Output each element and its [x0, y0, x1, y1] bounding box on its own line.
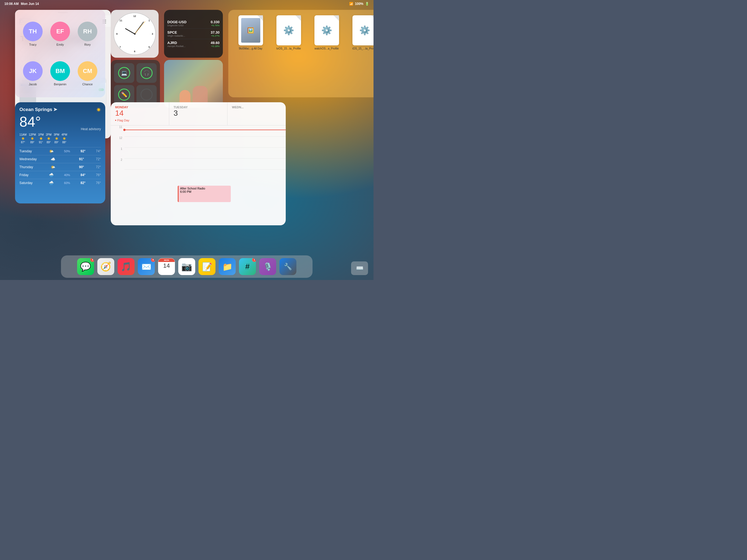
- clock-face: 12 1 3 5 6 7 9 11: [113, 12, 156, 55]
- file-fold-4: [371, 15, 374, 21]
- cal-event-afterschool[interactable]: After School Radio 6:00 PM: [178, 186, 231, 202]
- dock-item-safari[interactable]: 🧭: [97, 258, 114, 275]
- contact-avatar-jacob: JK: [23, 61, 43, 81]
- forecast-saturday: Saturday 🌧️ 60% 82° 76°: [19, 179, 101, 187]
- status-bar: 10:06 AM Mon Jun 14 📶 100% 🔋: [0, 0, 374, 8]
- file-name-watchos: watchOS...a_Profile: [314, 47, 338, 50]
- clock-num-7: 7: [120, 46, 121, 48]
- hour-icon-12pm: ☀️: [31, 137, 34, 140]
- contact-tracy[interactable]: TH Tracy: [23, 22, 43, 46]
- weather-hour-12pm: 12PM ☀️ 89°: [29, 133, 36, 144]
- forecast-icon-sat: 🌧️: [49, 181, 54, 185]
- cal-time-2: 2: [111, 158, 124, 169]
- weather-hour-2pm: 2PM ☀️ 89°: [46, 133, 52, 144]
- clock-second-hand: [134, 21, 145, 34]
- stocks-widget[interactable]: DOGE-USD Dogecoin USD 0.330 +6.76% SPCE …: [164, 10, 223, 58]
- contact-jacob[interactable]: JK Jacob: [23, 61, 43, 86]
- dock-item-music[interactable]: 🎵: [118, 258, 134, 275]
- cal-time-11: 11: [111, 126, 124, 136]
- clock-num-5: 5: [149, 46, 150, 48]
- stock-row-ajrd[interactable]: AJRD Aerojet Rocket... 49.60 +0.18%: [168, 41, 220, 48]
- stock-change-ajrd: +0.18%: [210, 45, 220, 48]
- stock-row-doge[interactable]: DOGE-USD Dogecoin USD 0.330 +6.76%: [168, 20, 220, 27]
- dock-item-photos[interactable]: 📷: [178, 258, 195, 275]
- safari-icon: 🧭: [100, 261, 111, 272]
- hour-temp-2pm: 89°: [47, 141, 51, 144]
- forecast-lo-fri: 76°: [96, 173, 101, 177]
- hour-time-2pm: 2PM: [46, 133, 52, 136]
- stock-ticker-spce: SPCE: [168, 30, 185, 34]
- photo-widget[interactable]: [164, 60, 223, 108]
- hour-icon-3pm: ☀️: [55, 137, 58, 140]
- cal-day-name-wed: WEDN...: [232, 105, 281, 109]
- clock-widget[interactable]: 12 1 3 5 6 7 9 11: [111, 10, 159, 58]
- hour-time-3pm: 3PM: [54, 133, 59, 136]
- gear-icon-watchos: ⚙️: [321, 25, 332, 35]
- forecast-day-sat: Saturday: [19, 181, 38, 185]
- weather-hour-4pm: 4PM ☀️ 88°: [61, 133, 67, 144]
- weather-sun-icon: ☀️: [96, 107, 101, 112]
- contact-name-jacob: Jacob: [29, 82, 36, 86]
- wifi-icon: 📶: [349, 2, 353, 6]
- file-preview-9to5mac: 🖼️: [241, 18, 260, 43]
- forecast-hi-wed: 91°: [79, 157, 84, 161]
- dock-item-messages[interactable]: 💬 3: [77, 258, 94, 275]
- controls-widget[interactable]: 💻 🎧 ✏️: [111, 60, 160, 108]
- control-ipad[interactable]: 💻: [114, 63, 134, 83]
- forecast-pct-sat: 60%: [64, 181, 70, 184]
- control-ipad-ring: 💻: [118, 67, 130, 79]
- dock-item-mail[interactable]: ✉️ 6: [138, 258, 155, 275]
- forecast-tuesday: Tuesday 🌤️ 50% 92° 74°: [19, 147, 101, 155]
- dock-item-notes[interactable]: 📝: [199, 258, 215, 275]
- podcasts-icon: 🎙️: [263, 262, 273, 271]
- weather-widget[interactable]: Ocean Springs ➤ ☀️ 84° Heat advisory 11A…: [15, 102, 105, 203]
- cal-event-time: 6:00 PM: [180, 190, 229, 193]
- cal-day-num-tue: 3: [174, 109, 223, 118]
- contact-benjamin[interactable]: BM Benjamin: [50, 61, 70, 86]
- forecast-icon-fri: 🌧️: [49, 173, 54, 177]
- control-pencil-ring: ✏️: [118, 88, 130, 101]
- cal-event-dot: [115, 120, 116, 121]
- stock-row-spce[interactable]: SPCE Virgin Galactic... 37.30 +6.27%: [168, 30, 220, 37]
- control-pencil[interactable]: ✏️: [114, 85, 134, 105]
- forecast-hi-fri: 84°: [81, 173, 85, 177]
- gear-icon-tvos: ⚙️: [283, 25, 294, 35]
- calendar-widget[interactable]: MONDAY 14 Flag Day TUESDAY 3 WEDN... 11 …: [111, 102, 286, 225]
- file-item-ios[interactable]: ⚙️ iOS_15_...ta_Profile: [348, 15, 374, 50]
- forecast-icon-tue: 🌤️: [49, 149, 54, 153]
- hour-time-11am: 11AM: [19, 133, 27, 136]
- contact-rory[interactable]: RH Rory: [78, 22, 97, 46]
- dock-item-files[interactable]: 📁: [219, 258, 236, 275]
- control-headphones[interactable]: 🎧: [136, 63, 157, 83]
- contacts-widget[interactable]: TH Tracy EF Emily RH Rory JK Jacob BM Be…: [15, 10, 105, 97]
- cal-gridline-3: [124, 158, 286, 159]
- combo-icon: 🔧: [284, 263, 292, 271]
- forecast-hi-tue: 92°: [81, 149, 85, 153]
- stock-price-spce: 37.30 +6.27%: [210, 30, 220, 37]
- keyboard-button[interactable]: ⌨️: [351, 261, 368, 275]
- cal-day-name-tue: TUESDAY: [174, 105, 223, 109]
- forecast-wednesday: Wednesday ☁️ 91° 72°: [19, 155, 101, 163]
- calendar-time-col: 11 12 1 2: [111, 126, 124, 225]
- clock-num-12: 12: [133, 15, 136, 18]
- dock-item-combo[interactable]: 🔧: [279, 258, 297, 275]
- clock-num-6: 6: [134, 50, 135, 53]
- contact-emily[interactable]: EF Emily: [50, 22, 70, 46]
- weather-header: Ocean Springs ➤ ☀️: [19, 107, 101, 112]
- file-item-watchos[interactable]: ⚙️ watchOS...a_Profile: [310, 15, 343, 50]
- cal-current-time-dot: [123, 129, 126, 131]
- calendar-grid: After School Radio 6:00 PM: [124, 126, 286, 225]
- file-item-9to5mac[interactable]: 🖼️ 9to5Mac...g All Day: [234, 15, 267, 50]
- dock-item-slack[interactable]: # 1: [239, 258, 256, 275]
- file-item-tvos[interactable]: ⚙️ tvOS_15...ta_Profile: [272, 15, 305, 50]
- files-widget[interactable]: 🖼️ 9to5Mac...g All Day ⚙️ tvOS_15...ta_P…: [228, 10, 374, 97]
- battery-icon: 🔋: [365, 2, 369, 6]
- files-grid: 🖼️ 9to5Mac...g All Day ⚙️ tvOS_15...ta_P…: [234, 15, 374, 50]
- contact-chance[interactable]: CM Chance: [78, 61, 97, 86]
- cal-event-flag-day: Flag Day: [115, 119, 164, 122]
- calendar-body: 11 12 1 2 After School Radio 6:00 PM: [111, 126, 286, 225]
- file-fold-2: [295, 15, 301, 21]
- dock-item-calendar[interactable]: MON 14: [158, 258, 175, 275]
- dock-item-podcasts[interactable]: 🎙️: [259, 258, 276, 275]
- file-name-tvos: tvOS_15...ta_Profile: [277, 47, 301, 50]
